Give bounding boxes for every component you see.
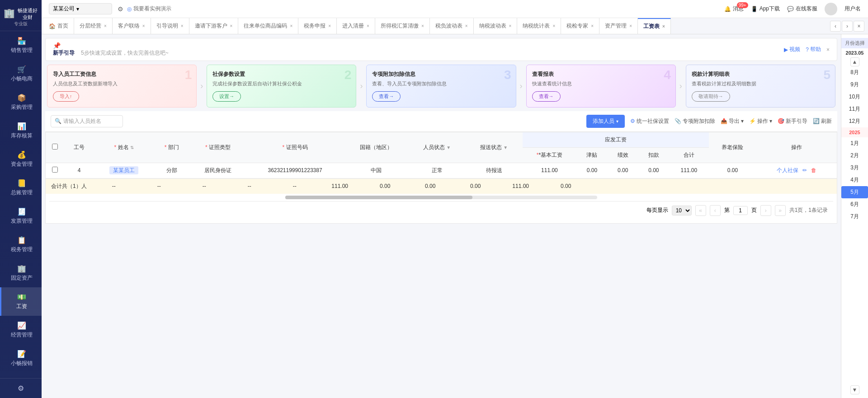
tab-prev-button[interactable]: ‹	[830, 21, 841, 32]
tab-tax-burden[interactable]: 税负波动表 ×	[430, 18, 474, 34]
export-button[interactable]: 📤 导出 ▾	[721, 117, 744, 125]
add-employee-button[interactable]: 添加人员 ▾	[586, 115, 625, 128]
sidebar-item-ledger[interactable]: 📒 总账管理	[0, 173, 42, 202]
newbie-guide-button[interactable]: 🎯 新手引导	[778, 117, 807, 125]
step-btn-3[interactable]: 查看→	[372, 91, 401, 102]
tab-close-icon[interactable]: ×	[104, 23, 107, 28]
tab-tax-stat[interactable]: 纳税统计表 ×	[517, 18, 561, 34]
filter-icon[interactable]: ▼	[503, 145, 508, 150]
tab-close-icon[interactable]: ×	[421, 23, 424, 28]
sidebar-item-salary[interactable]: 💵 工资	[0, 287, 42, 316]
next-page-button[interactable]: ›	[760, 205, 771, 216]
sidebar-item-expense[interactable]: 📝 小畅报销	[0, 344, 42, 373]
guide-close-button[interactable]: ×	[826, 47, 830, 53]
month-item-oct[interactable]: 10月	[841, 91, 868, 103]
tab-close-icon[interactable]: ×	[290, 23, 292, 28]
month-item-dec[interactable]: 12月	[841, 115, 868, 127]
tab-guide-explain[interactable]: 引导说明 ×	[151, 18, 189, 34]
username-label[interactable]: 用户名	[844, 5, 861, 13]
sidebar-item-purchase[interactable]: 📦 采购管理	[0, 88, 42, 117]
sidebar-item-tax[interactable]: 📋 税务管理	[0, 230, 42, 259]
online-service-button[interactable]: 💬 在线客服	[787, 5, 817, 13]
edit-row-button[interactable]: ✏	[802, 167, 807, 173]
month-item-nov[interactable]: 11月	[841, 103, 868, 115]
page-input[interactable]	[733, 206, 748, 215]
per-page-select[interactable]: 10	[672, 206, 692, 215]
month-nav-up[interactable]: ▲	[850, 57, 859, 66]
sidebar-item-operation[interactable]: 📈 经营管理	[0, 316, 42, 344]
app-download-button[interactable]: 📱 App下载	[751, 5, 780, 13]
sidebar-item-ecommerce[interactable]: 🛒 小畅电商	[0, 60, 42, 88]
scrollbar-thumb[interactable]	[285, 196, 472, 199]
search-input[interactable]: 🔍 请输入人员姓名	[51, 115, 123, 127]
month-nav-down[interactable]: ▼	[850, 385, 859, 394]
select-all-checkbox[interactable]	[52, 144, 58, 150]
company-selector[interactable]: 某某公司 ▾	[49, 3, 112, 14]
tab-tax-declare[interactable]: 税务申报 ×	[298, 18, 337, 34]
message-button[interactable]: 🔔 消息 99+	[724, 5, 744, 13]
scrollbar-track[interactable]	[285, 196, 597, 199]
sidebar-item-invoice[interactable]: 🧾 发票管理	[0, 202, 42, 230]
guide-help-link[interactable]: ? 帮助	[806, 46, 821, 53]
operations-button[interactable]: ⚡ 操作 ▾	[749, 117, 772, 125]
tab-partner-code[interactable]: 往来单位商品编码 ×	[238, 18, 298, 34]
tab-customer[interactable]: 客户联络 ×	[113, 18, 151, 34]
tab-close-icon[interactable]: ×	[629, 23, 632, 28]
month-item-jul[interactable]: 7月	[841, 211, 868, 223]
special-deduction-button[interactable]: 📎 专项附加扣除	[675, 117, 715, 125]
tab-next-button[interactable]: ›	[842, 21, 853, 32]
step-btn-4[interactable]: 查看→	[532, 91, 561, 102]
sidebar-item-sales[interactable]: 🏪 销售管理	[0, 31, 42, 60]
tab-close-icon[interactable]: ×	[181, 23, 184, 28]
tab-home[interactable]: 🏠 首页	[43, 18, 74, 34]
month-item-jan[interactable]: 1月	[841, 137, 868, 150]
sidebar-item-inventory[interactable]: 📊 库存核算	[0, 117, 42, 145]
tab-close-icon[interactable]: ×	[328, 23, 331, 28]
avatar[interactable]	[825, 3, 837, 15]
tab-close-all-button[interactable]: ×	[854, 21, 864, 32]
tab-close-icon[interactable]: ×	[367, 23, 369, 28]
tab-clearance[interactable]: 进入清册 ×	[337, 18, 375, 34]
prev-page-button[interactable]: ‹	[710, 205, 721, 216]
step-btn-2[interactable]: 设置→	[212, 91, 241, 102]
sidebar-item-basic[interactable]: ℹ️ 基础信息	[0, 373, 42, 378]
tab-close-icon[interactable]: ×	[591, 23, 594, 28]
tab-close-icon[interactable]: ×	[509, 23, 512, 28]
tab-invite[interactable]: 邀请下游客户 ×	[189, 18, 239, 34]
tab-close-icon[interactable]: ×	[142, 23, 145, 28]
first-page-button[interactable]: «	[695, 205, 706, 216]
tab-income-tax[interactable]: 所得税汇算清缴 ×	[375, 18, 430, 34]
tab-tax-wave[interactable]: 纳税波动表 ×	[474, 18, 518, 34]
refresh-button[interactable]: 🔄 刷新	[813, 117, 832, 125]
settings-icon[interactable]: ⚙	[118, 5, 123, 13]
tab-tax-expert[interactable]: 税检专家 ×	[561, 18, 599, 34]
tab-close-icon[interactable]: ×	[230, 23, 233, 28]
tab-asset-mgmt[interactable]: 资产管理 ×	[599, 18, 638, 34]
filter-icon[interactable]: ▼	[446, 145, 451, 150]
row-checkbox[interactable]	[52, 167, 58, 173]
last-page-button[interactable]: »	[775, 205, 786, 216]
horizontal-scrollbar[interactable]	[46, 194, 837, 201]
tab-salary-table[interactable]: 工资表 ×	[638, 18, 671, 34]
month-item-jun[interactable]: 6月	[841, 198, 868, 211]
step-btn-5[interactable]: 敬请期待→	[692, 91, 730, 102]
guide-video-link[interactable]: ▶ 视频	[784, 46, 800, 53]
month-item-feb[interactable]: 2月	[841, 150, 868, 162]
tab-close-icon[interactable]: ×	[465, 23, 468, 28]
sort-icon[interactable]: ⇅	[130, 145, 134, 150]
sidebar-item-assets[interactable]: 🏢 固定资产	[0, 259, 42, 287]
tab-close-icon[interactable]: ×	[552, 23, 555, 28]
month-item-aug[interactable]: 8月	[841, 66, 868, 79]
month-item-apr[interactable]: 4月	[841, 174, 868, 186]
unified-social-security-button[interactable]: ⚙ 统一社保设置	[630, 117, 669, 125]
month-item-sep[interactable]: 9月	[841, 79, 868, 91]
sidebar-item-finance[interactable]: 💰 资金管理	[0, 145, 42, 173]
personal-social-security-button[interactable]: 个人社保	[777, 167, 798, 173]
delete-row-button[interactable]: 🗑	[811, 167, 816, 173]
month-item-may[interactable]: 5月	[841, 186, 868, 198]
tab-stratified[interactable]: 分层经营 ×	[74, 18, 113, 34]
demo-link[interactable]: ◎ 我要看实例演示	[127, 5, 171, 13]
month-item-mar[interactable]: 3月	[841, 162, 868, 174]
tab-close-icon[interactable]: ×	[662, 24, 665, 29]
step-btn-1[interactable]: 导入↑	[53, 91, 79, 102]
